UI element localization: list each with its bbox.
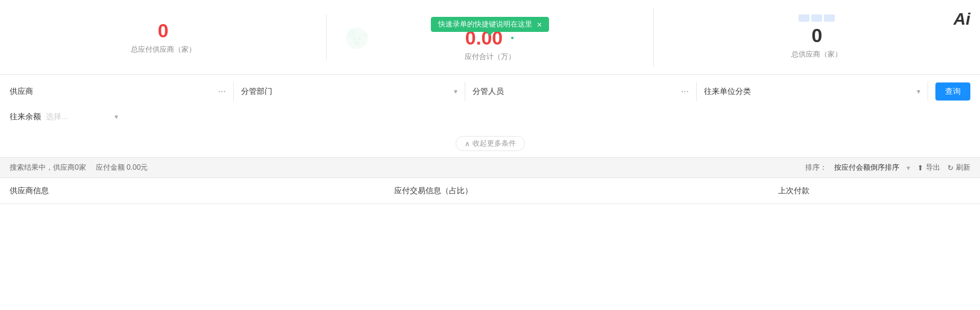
filter-row-1: 供应商 ··· 分管部门 ▾ 分管人员 ··· 往来单位分类 ▾ (10, 82, 970, 101)
supplier-dots[interactable]: ··· (218, 86, 226, 97)
unit-category-select[interactable]: ▾ (756, 87, 920, 96)
query-button[interactable]: 查询 (935, 82, 970, 101)
stat-total-suppliers: 0 总供应商（家） (654, 10, 980, 64)
collapse-label: 收起更多条件 (473, 138, 516, 149)
tooltip-close[interactable]: × (537, 20, 542, 29)
collapse-bar: ∧ 收起更多条件 (10, 132, 970, 157)
mini-box-2 (811, 14, 822, 22)
balance-select[interactable]: 选择... ▾ (46, 111, 118, 122)
results-left: 搜索结果中，供应商0家 应付金额 0.00元 (10, 163, 148, 173)
export-icon: ⬆ (917, 164, 923, 172)
stat-number-total-suppliers: 0 (811, 24, 822, 47)
filter-item-person: 分管人员 ··· (465, 82, 697, 101)
supplier-label: 供应商 (10, 86, 33, 97)
department-select[interactable]: ▾ (277, 87, 457, 96)
refresh-button[interactable]: ↻ 刷新 (947, 163, 970, 173)
tooltip-text: 快速录单的快捷键说明在这里 (438, 19, 532, 29)
results-right: 排序： 按应付会额倒序排序 ▾ ⬆ 导出 ↻ 刷新 (805, 163, 970, 173)
payable-amount-text: 应付金额 0.00元 (96, 163, 148, 173)
refresh-label: 刷新 (956, 163, 970, 173)
col-header-supplier: 供应商信息 (10, 185, 394, 196)
results-bar: 搜索结果中，供应商0家 应付金额 0.00元 排序： 按应付会额倒序排序 ▾ ⬆… (0, 158, 980, 178)
stat-total-payable-suppliers: 0 总应付供应商（家） (0, 14, 327, 60)
mini-box-3 (824, 14, 835, 22)
refresh-icon: ↻ (947, 164, 953, 172)
department-label: 分管部门 (241, 86, 272, 97)
mini-boxes (799, 14, 835, 22)
balance-placeholder: 选择... (46, 111, 115, 122)
filter-bar: 供应商 ··· 分管部门 ▾ 分管人员 ··· 往来单位分类 ▾ (0, 75, 980, 158)
export-label: 导出 (926, 163, 940, 173)
stat-label-payable-suppliers: 总应付供应商（家） (131, 45, 196, 55)
col-header-lastpay: 上次付款 (778, 185, 970, 196)
stat-label-total-suppliers: 总供应商（家） (791, 49, 842, 60)
balance-label: 往来余额 (10, 111, 41, 122)
stat-payable-total: 快速录单的快捷键说明在这里 × 0.00 应付合计（万） (327, 7, 653, 67)
collapse-button[interactable]: ∧ 收起更多条件 (456, 136, 525, 151)
supplier-input[interactable] (38, 87, 218, 96)
col-header-transaction: 应付交易信息（占比） (394, 185, 779, 196)
person-input[interactable] (509, 87, 681, 96)
table-body (0, 204, 980, 310)
filter-item-balance: 往来余额 选择... ▾ (10, 107, 125, 126)
collapse-icon: ∧ (465, 140, 470, 148)
person-label: 分管人员 (473, 86, 504, 97)
filter-item-unit-category: 往来单位分类 ▾ (697, 82, 928, 101)
search-result-text: 搜索结果中，供应商0家 (10, 163, 86, 173)
department-chevron-icon: ▾ (454, 87, 457, 96)
tooltip-dot (510, 36, 515, 40)
filter-item-supplier: 供应商 ··· (10, 82, 234, 101)
sort-label: 排序： (805, 163, 827, 173)
filter-row-2: 往来余额 选择... ▾ (10, 107, 970, 126)
mini-box-1 (799, 14, 809, 22)
export-button[interactable]: ⬆ 导出 (917, 163, 940, 173)
stat-number-payable-suppliers: 0 (158, 19, 169, 42)
unit-category-label: 往来单位分类 (704, 86, 751, 97)
sort-value[interactable]: 按应付会额倒序排序 (834, 163, 899, 173)
stat-right-box: 0 总供应商（家） (791, 14, 842, 60)
stats-bar: 0 总应付供应商（家） 快速录单的快捷键说明在这里 × (0, 0, 980, 75)
table-header: 供应商信息 应付交易信息（占比） 上次付款 (0, 178, 980, 204)
ai-badge: Ai (953, 10, 970, 29)
person-dots[interactable]: ··· (681, 86, 689, 97)
balance-chevron-icon: ▾ (115, 113, 118, 121)
filter-item-department: 分管部门 ▾ (234, 82, 465, 101)
unit-category-chevron-icon: ▾ (917, 87, 920, 96)
tooltip: 快速录单的快捷键说明在这里 × (431, 17, 549, 32)
stat-label-payable-total: 应付合计（万） (465, 52, 515, 62)
sort-chevron-icon[interactable]: ▾ (906, 164, 910, 172)
